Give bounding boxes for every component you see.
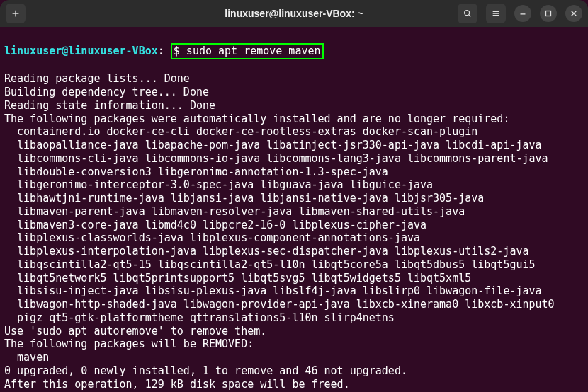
output-line: containerd.io docker-ce-cli docker-ce-ro…	[4, 125, 477, 138]
prompt-dollar: $	[174, 45, 180, 57]
prompt-line: linuxuser@linuxuser-VBox: $ sudo apt rem…	[4, 43, 584, 59]
output-line: Reading package lists... Done	[4, 72, 190, 85]
output-line: The following packages will be REMOVED:	[4, 338, 254, 350]
command-highlight: $ sudo apt remove maven	[171, 43, 324, 59]
output-line: libplexus-classworlds-java libplexus-com…	[4, 231, 420, 244]
output-line: The following packages were automaticall…	[4, 113, 509, 125]
titlebar-right-controls	[458, 4, 582, 23]
output-line: Building dependency tree... Done	[4, 86, 209, 98]
output-line: libdouble-conversion3 libgeronimo-annota…	[4, 166, 388, 178]
svg-point-0	[465, 11, 470, 16]
prompt-user-host: linuxuser@linuxuser-VBox	[4, 45, 158, 57]
plus-icon	[11, 8, 21, 18]
close-button[interactable]	[565, 5, 582, 22]
output-line: libplexus-interpolation-java libplexus-s…	[4, 245, 529, 258]
output-line: After this operation, 129 kB disk space …	[4, 378, 350, 391]
command-text: sudo apt remove maven	[180, 45, 321, 57]
output-line: libqscintilla2-qt5-15 libqscintilla2-qt5…	[4, 258, 536, 271]
output-line: 0 upgraded, 0 newly installed, 1 to remo…	[4, 364, 407, 377]
output-line: Reading state information... Done	[4, 99, 215, 112]
output-line: pigz qt5-gtk-platformtheme qttranslation…	[4, 311, 395, 324]
minimize-icon	[518, 8, 528, 18]
prompt-path	[164, 45, 171, 57]
prompt-colon: :	[158, 45, 164, 57]
output-line: libgeronimo-interceptor-3.0-spec-java li…	[4, 178, 433, 191]
output-line: libsisu-inject-java libsisu-plexus-java …	[4, 284, 542, 297]
output-line: libcommons-cli-java libcommons-io-java l…	[4, 152, 548, 165]
terminal-content[interactable]: linuxuser@linuxuser-VBox: $ sudo apt rem…	[0, 27, 588, 392]
svg-rect-1	[546, 11, 551, 16]
minimize-button[interactable]	[514, 5, 531, 22]
output-line: libmaven3-core-java libmd4c0 libpcre2-16…	[4, 219, 426, 231]
output-line: libwagon-http-shaded-java libwagon-provi…	[4, 298, 555, 311]
search-icon	[463, 8, 473, 18]
search-button[interactable]	[458, 4, 477, 23]
output-line: maven	[4, 351, 49, 364]
window-title: linuxuser@linuxuser-VBox: ~	[225, 8, 363, 19]
output-line: Use 'sudo apt autoremove' to remove them…	[4, 325, 266, 338]
new-tab-button[interactable]	[6, 4, 26, 23]
output-line: libaopalliance-java libapache-pom-java l…	[4, 139, 542, 151]
menu-button[interactable]	[486, 4, 506, 23]
maximize-button[interactable]	[540, 5, 557, 22]
output-line: libqt5network5 libqt5printsupport5 libqt…	[4, 272, 471, 284]
close-icon	[569, 8, 579, 18]
output-line: libhawtjni-runtime-java libjansi-java li…	[4, 192, 484, 204]
titlebar-left-controls	[6, 4, 26, 23]
maximize-icon	[543, 8, 553, 18]
window-titlebar: linuxuser@linuxuser-VBox: ~	[0, 0, 588, 27]
output-line: libmaven-parent-java libmaven-resolver-j…	[4, 205, 465, 218]
hamburger-icon	[491, 8, 501, 18]
